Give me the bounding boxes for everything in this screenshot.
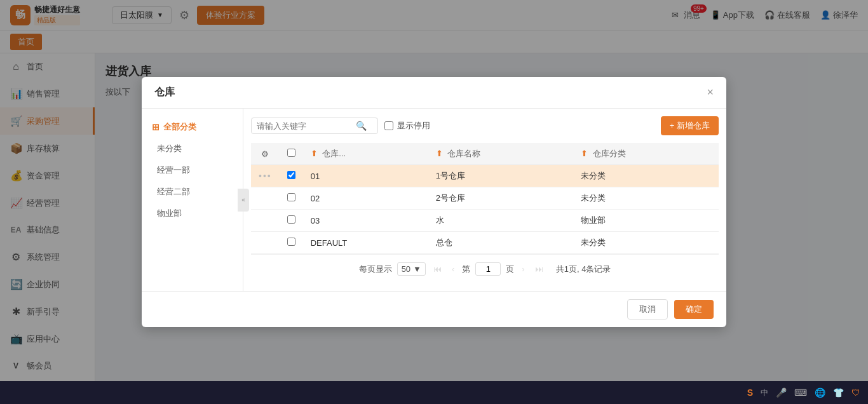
td-category: 未分类 xyxy=(573,187,719,210)
show-disabled-checkbox[interactable] xyxy=(384,121,393,130)
modal-body: ⊞ 全部分类 未分类 经营一部 经营二部 物业部 « 🔍 xyxy=(142,109,726,291)
td-gear xyxy=(251,187,280,210)
grid-icon: ⊞ xyxy=(152,122,159,132)
bottom-bar: S 中 🎤 ⌨ 🌐 👕 🛡 xyxy=(0,381,868,404)
sort-icon-code: ⬆ xyxy=(311,149,318,158)
sort-icon-name: ⬆ xyxy=(436,149,443,158)
add-warehouse-btn[interactable]: + 新增仓库 xyxy=(661,116,719,135)
row-checkbox[interactable] xyxy=(287,238,295,246)
select-all-checkbox[interactable] xyxy=(287,149,295,157)
next-page-btn[interactable]: › xyxy=(519,263,527,275)
th-checkbox xyxy=(280,143,303,165)
td-name: 1号仓库 xyxy=(428,165,574,187)
table-header-row: ⚙ ⬆ 仓库... ⬆ 仓库名称 xyxy=(251,143,719,165)
warehouse-modal: 仓库 × ⊞ 全部分类 未分类 经营一部 经营二部 物业部 « xyxy=(142,77,726,327)
td-name: 总仓 xyxy=(428,232,574,254)
search-icon: 🔍 xyxy=(356,121,367,131)
show-disabled-label: 显示停用 xyxy=(384,120,430,131)
td-gear: ••• xyxy=(251,165,280,187)
bottom-logo: S xyxy=(747,387,753,398)
shirt-icon: 👕 xyxy=(833,387,844,398)
modal-title: 仓库 xyxy=(154,86,175,99)
row-checkbox[interactable] xyxy=(287,215,295,224)
td-num: 01 xyxy=(303,165,428,187)
td-checkbox[interactable] xyxy=(280,187,303,210)
table-row[interactable]: 02 2号仓库 未分类 xyxy=(251,187,719,210)
table-row[interactable]: DEFAULT 总仓 未分类 xyxy=(251,232,719,254)
td-gear xyxy=(251,232,280,254)
table-panel: 🔍 显示停用 + 新增仓库 ⚙ xyxy=(243,109,726,291)
td-category: 未分类 xyxy=(573,165,719,187)
td-name: 水 xyxy=(428,210,574,232)
modal-close-btn[interactable]: × xyxy=(707,86,714,99)
page-input[interactable] xyxy=(475,262,501,276)
first-page-btn[interactable]: ⏮ xyxy=(431,263,444,275)
td-num: 03 xyxy=(303,210,428,232)
last-page-btn[interactable]: ⏭ xyxy=(532,263,546,275)
modal-footer: 取消 确定 xyxy=(142,291,726,327)
search-input[interactable] xyxy=(257,121,352,131)
category-item-uncategorized[interactable]: 未分类 xyxy=(142,138,243,159)
page-size-dropdown[interactable]: 50 ▼ xyxy=(397,262,426,276)
th-gear: ⚙ xyxy=(251,143,280,165)
table-row[interactable]: 03 水 物业部 xyxy=(251,210,719,232)
row-checkbox[interactable] xyxy=(287,171,295,179)
row-checkbox[interactable] xyxy=(287,193,295,201)
keyboard-icon: ⌨ xyxy=(794,387,807,398)
pagination: 每页显示 50 ▼ ⏮ ‹ 第 页 › ⏭ 共1页, 4条记录 xyxy=(251,254,719,283)
th-code: ⬆ 仓库... xyxy=(303,143,428,165)
search-box: 🔍 xyxy=(251,118,378,134)
td-name: 2号仓库 xyxy=(428,187,574,210)
sort-icon-category: ⬆ xyxy=(581,149,588,158)
modal-overlay: 仓库 × ⊞ 全部分类 未分类 经营一部 经营二部 物业部 « xyxy=(0,0,868,404)
category-panel: ⊞ 全部分类 未分类 经营一部 经营二部 物业部 « xyxy=(142,109,243,291)
chevron-down-icon: ▼ xyxy=(413,264,421,274)
category-item-operations2[interactable]: 经营二部 xyxy=(142,181,243,203)
td-category: 物业部 xyxy=(573,210,719,232)
category-item-property[interactable]: 物业部 xyxy=(142,203,243,224)
table-row[interactable]: ••• 01 1号仓库 未分类 xyxy=(251,165,719,187)
td-gear xyxy=(251,210,280,232)
td-checkbox[interactable] xyxy=(280,232,303,254)
th-name: ⬆ 仓库名称 xyxy=(428,143,574,165)
td-checkbox[interactable] xyxy=(280,210,303,232)
td-category: 未分类 xyxy=(573,232,719,254)
th-category: ⬆ 仓库分类 xyxy=(573,143,719,165)
td-num: DEFAULT xyxy=(303,232,428,254)
mic-icon: 🎤 xyxy=(776,387,787,398)
shield-icon: 🛡 xyxy=(851,387,860,398)
category-item-operations1[interactable]: 经营一部 xyxy=(142,159,243,181)
collapse-panel-btn[interactable]: « xyxy=(238,189,249,212)
bottom-text: 中 xyxy=(761,387,768,398)
td-checkbox[interactable] xyxy=(280,165,303,187)
cancel-btn[interactable]: 取消 xyxy=(627,299,668,320)
confirm-btn[interactable]: 确定 xyxy=(674,300,714,319)
globe-icon: 🌐 xyxy=(815,387,825,398)
category-all[interactable]: ⊞ 全部分类 xyxy=(142,116,243,138)
warehouse-table: ⚙ ⬆ 仓库... ⬆ 仓库名称 xyxy=(251,143,719,254)
table-toolbar: 🔍 显示停用 + 新增仓库 xyxy=(251,116,719,135)
modal-header: 仓库 × xyxy=(142,77,726,109)
prev-page-btn[interactable]: ‹ xyxy=(449,263,457,275)
td-num: 02 xyxy=(303,187,428,210)
